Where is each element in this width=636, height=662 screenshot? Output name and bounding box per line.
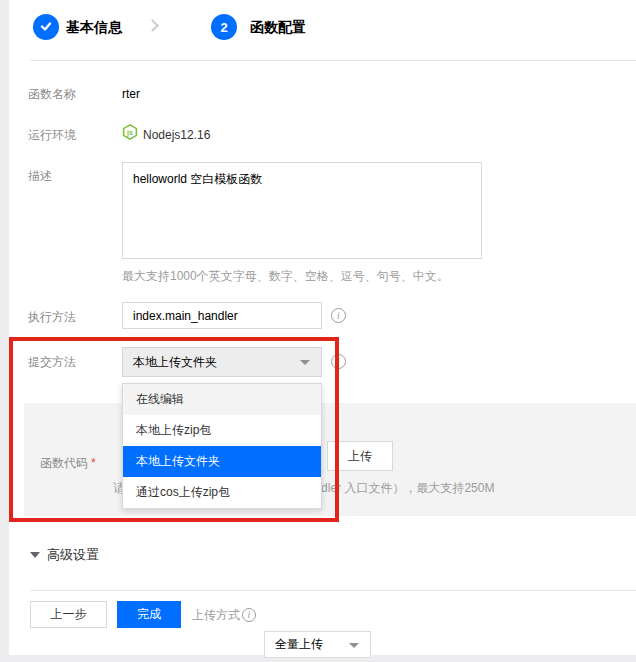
submit-method-info-icon[interactable]: i xyxy=(331,354,346,369)
function-name-value: rter xyxy=(122,86,140,102)
finish-button[interactable]: 完成 xyxy=(117,601,181,628)
step-arrow-icon xyxy=(146,19,159,32)
submit-method-value: 本地上传文件夹 xyxy=(133,354,217,371)
dropdown-option-local-zip[interactable]: 本地上传zip包 xyxy=(123,415,321,446)
handler-label: 执行方法 xyxy=(28,309,76,325)
step2-number: 2 xyxy=(220,20,227,35)
caret-down-icon xyxy=(300,360,310,365)
function-code-label: 函数代码* xyxy=(40,455,96,471)
submit-method-select[interactable]: 本地上传文件夹 xyxy=(122,347,322,377)
dropdown-option-online-edit[interactable]: 在线编辑 xyxy=(123,384,321,415)
upload-mode-label: 上传方式 xyxy=(192,607,240,623)
description-label: 描述 xyxy=(28,168,52,184)
function-name-label: 函数名称 xyxy=(28,86,76,102)
nodejs-icon: js xyxy=(122,124,138,140)
function-code-section: 函数代码* 上传 请选择文件夹（需包含 index.main_handler 入… xyxy=(24,403,636,516)
upload-mode-value: 全量上传 xyxy=(275,636,323,653)
advanced-settings-toggle[interactable]: 高级设置 xyxy=(30,546,99,564)
description-hint: 最大支持1000个英文字母、数字、空格、逗号、句号、中文。 xyxy=(122,268,449,284)
advanced-settings-label: 高级设置 xyxy=(47,546,99,564)
description-textarea[interactable]: helloworld 空白模板函数 xyxy=(122,162,482,259)
previous-step-button[interactable]: 上一步 xyxy=(30,601,107,628)
content-panel: 基本信息 2 函数配置 函数名称 rter 运行环境 js Nodejs12.1… xyxy=(9,0,636,655)
step2-label: 函数配置 xyxy=(250,17,306,37)
handler-info-icon[interactable]: i xyxy=(331,308,346,323)
upload-button[interactable]: 上传 xyxy=(327,441,393,471)
check-icon xyxy=(39,19,53,36)
required-asterisk: * xyxy=(91,456,96,470)
upload-mode-info-icon[interactable]: i xyxy=(242,608,256,622)
step1-label: 基本信息 xyxy=(66,17,122,37)
upload-mode-select[interactable]: 全量上传 xyxy=(264,631,371,658)
step1-done-circle xyxy=(33,14,59,40)
submit-method-label: 提交方法 xyxy=(28,354,76,370)
runtime-value: Nodejs12.16 xyxy=(143,127,210,143)
upload-mode-label-group: 上传方式 i xyxy=(192,607,256,623)
runtime-label: 运行环境 xyxy=(28,127,76,143)
handler-input[interactable] xyxy=(122,302,322,329)
footer-divider xyxy=(30,590,636,591)
step2-circle: 2 xyxy=(211,14,237,40)
header-divider xyxy=(30,60,636,61)
caret-down-icon xyxy=(349,643,359,648)
dropdown-option-cos-zip[interactable]: 通过cos上传zip包 xyxy=(123,477,321,508)
submit-method-dropdown: 在线编辑 本地上传zip包 本地上传文件夹 通过cos上传zip包 xyxy=(122,383,322,509)
dropdown-option-local-folder[interactable]: 本地上传文件夹 xyxy=(123,446,321,477)
triangle-down-icon xyxy=(30,552,40,558)
